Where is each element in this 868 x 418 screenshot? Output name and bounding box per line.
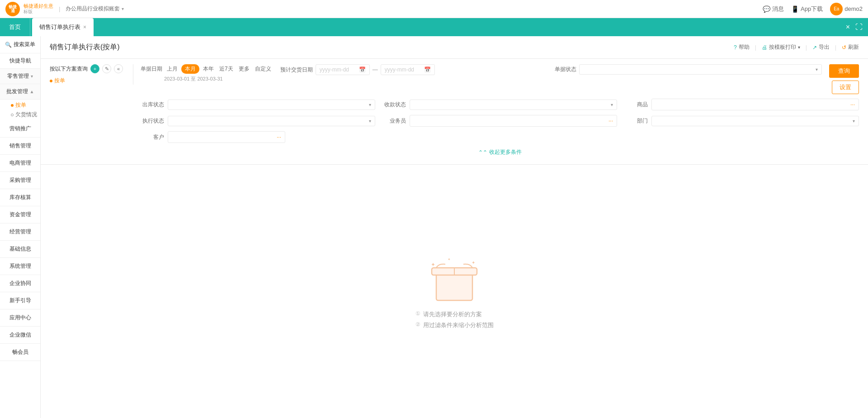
- sidebar-subitem-按单[interactable]: 按单: [4, 101, 40, 109]
- calendar-end-icon: 📅: [424, 66, 431, 73]
- dept-select[interactable]: ▾: [651, 116, 859, 126]
- salesman-input[interactable]: ···: [410, 115, 617, 127]
- sidebar-subitem-欠货情况[interactable]: 欠货情况: [4, 111, 40, 119]
- sidebar-search[interactable]: 🔍 搜索菜单: [0, 36, 40, 53]
- sidebar-item-资金管理[interactable]: 资金管理: [0, 206, 40, 223]
- sidebar: 🔍 搜索菜单 快捷导航 零售管理 ▾ 批发管理 ▲ 按单 欠货情况 营: [0, 36, 41, 418]
- print-button[interactable]: 🖨 按模板打印 ▾: [762, 43, 800, 51]
- bill-status-select[interactable]: ▾: [579, 64, 822, 75]
- filter-fields: 单据日期 上月 本月 本年 近7天 更多 自定义 2023: [133, 64, 859, 159]
- refresh-button[interactable]: ↺ 刷新: [842, 43, 859, 51]
- receive-status-field: 收款状态 ▾: [382, 100, 617, 110]
- expected-date-start[interactable]: yyyy-mm-dd 📅: [316, 64, 370, 75]
- sidebar-item-营销推广[interactable]: 营销推广: [0, 120, 40, 138]
- query-button[interactable]: 查询: [829, 64, 859, 78]
- date-tab-更多[interactable]: 更多: [237, 64, 251, 74]
- print-arrow-icon: ▾: [798, 45, 800, 50]
- add-scheme-button[interactable]: +: [90, 64, 99, 73]
- sidebar-quick-nav[interactable]: 快捷导航: [0, 53, 40, 69]
- goods-input[interactable]: ···: [651, 99, 859, 110]
- help-button[interactable]: ? 帮助: [734, 43, 750, 51]
- expected-date-end[interactable]: yyyy-mm-dd 📅: [381, 64, 435, 75]
- out-status-select[interactable]: ▾: [168, 100, 375, 110]
- message-button[interactable]: 💬 消息: [763, 5, 784, 13]
- edit-scheme-button[interactable]: ✎: [102, 64, 111, 73]
- collapse-button[interactable]: ⌃⌃ 收起更多条件: [478, 148, 522, 156]
- tab-home[interactable]: 首页: [0, 18, 30, 36]
- exec-status-select[interactable]: ▾: [168, 116, 375, 126]
- circle-icon: [11, 114, 14, 116]
- tab-close-icon[interactable]: ×: [83, 24, 86, 30]
- export-button[interactable]: ↗ 导出: [812, 43, 830, 51]
- date-tab-本年[interactable]: 本年: [201, 64, 216, 74]
- page-header-actions: ? 帮助 | 🖨 按模板打印 ▾ | ↗ 导出 | ↺ 刷新: [734, 43, 859, 51]
- active-indicator-icon: [50, 80, 52, 82]
- dept-arrow-icon: ▾: [853, 119, 855, 124]
- tab-bar-right: × ⛶: [846, 23, 868, 31]
- customer-input[interactable]: ···: [168, 131, 285, 143]
- calendar-start-icon: 📅: [359, 66, 366, 73]
- collapse-row: ⌃⌃ 收起更多条件: [141, 146, 859, 159]
- sidebar-item-电商管理[interactable]: 电商管理: [0, 155, 40, 172]
- customer-field: 客户 ···: [141, 131, 285, 143]
- salesman-label: 业务员: [382, 117, 406, 125]
- out-status-arrow-icon: ▾: [369, 102, 371, 107]
- exec-status-arrow-icon: ▾: [369, 119, 371, 124]
- goods-field: 商品 ···: [624, 99, 859, 110]
- date-tabs: 上月 本月 本年 近7天 更多 自定义: [165, 64, 273, 74]
- out-status-label: 出库状态: [141, 101, 164, 109]
- status-arrow-icon: ▾: [816, 67, 818, 72]
- collapse-scheme-button[interactable]: «: [114, 64, 123, 73]
- expected-date-group: 预计交货日期 yyyy-mm-dd 📅 — yyyy-mm-dd 📅: [280, 64, 547, 75]
- tab-active[interactable]: 销售订单执行表 ×: [32, 18, 94, 36]
- hint1-num: ①: [415, 310, 420, 317]
- user-menu[interactable]: Ea demo2: [830, 3, 863, 15]
- download-icon: 📱: [791, 5, 799, 13]
- sidebar-retail-mgmt[interactable]: 零售管理 ▾: [0, 69, 40, 84]
- sidebar-item-企业微信[interactable]: 企业微信: [0, 327, 40, 344]
- date-range-text: 2023-03-01 至 2023-03-31: [141, 76, 273, 82]
- top-bar: 畅捷通 畅捷通好生意 标版 | 办公用品行业模拟账套 ▾ 💬 消息 📱 App下…: [0, 0, 868, 18]
- hint2-num: ②: [415, 321, 420, 328]
- svg-text:✦: ✦: [472, 260, 475, 265]
- date-tab-自定义[interactable]: 自定义: [253, 64, 273, 74]
- empty-hint-1: ① 请先选择要分析的方案: [415, 310, 494, 318]
- empty-state: ✦ ✦ ✦ ① 请先选择要分析的方案 ② 用过滤条件来缩小分析范围: [41, 165, 868, 418]
- window-maximize-icon[interactable]: ⛶: [855, 23, 863, 31]
- exec-status-field: 执行状态 ▾: [141, 116, 375, 126]
- scheme-subitem-按单[interactable]: 按单: [50, 77, 127, 85]
- set-button[interactable]: 设置: [832, 81, 859, 94]
- sidebar-item-基础信息[interactable]: 基础信息: [0, 241, 40, 258]
- salesman-dots-icon: ···: [609, 118, 613, 124]
- top-bar-left: 畅捷通 畅捷通好生意 标版 | 办公用品行业模拟账套 ▾: [5, 2, 124, 16]
- sidebar-item-经营管理[interactable]: 经营管理: [0, 223, 40, 241]
- sidebar-item-畅会员[interactable]: 畅会员: [0, 344, 40, 361]
- sidebar-item-销售管理[interactable]: 销售管理: [0, 138, 40, 155]
- window-close-icon[interactable]: ×: [846, 23, 850, 31]
- sidebar-item-应用中心[interactable]: 应用中心: [0, 309, 40, 327]
- sidebar-item-企业协同[interactable]: 企业协同: [0, 275, 40, 292]
- sidebar-item-系统管理[interactable]: 系统管理: [0, 258, 40, 275]
- logo-text: 畅捷通好生意 标版: [24, 3, 53, 14]
- app-download-button[interactable]: 📱 App下载: [791, 5, 823, 13]
- scheme-panel: 按以下方案查询 + ✎ « 按单: [50, 64, 133, 85]
- content-area: 销售订单执行表(按单) ? 帮助 | 🖨 按模板打印 ▾ | ↗ 导出 |: [41, 36, 868, 418]
- dept-field: 部门 ▾: [624, 116, 859, 126]
- sidebar-item-新手引导[interactable]: 新手引导: [0, 292, 40, 309]
- sidebar-wholesale-mgmt[interactable]: 批发管理 ▲: [0, 84, 40, 100]
- receive-status-select[interactable]: ▾: [410, 100, 617, 110]
- scheme-label: 按以下方案查询: [50, 65, 88, 73]
- sidebar-item-采购管理[interactable]: 采购管理: [0, 172, 40, 189]
- date-tab-近7天[interactable]: 近7天: [217, 64, 235, 74]
- dept-label: 部门: [624, 117, 648, 125]
- goods-dots-icon: ···: [850, 101, 855, 108]
- date-filter-header: 单据日期 上月 本月 本年 近7天 更多 自定义: [141, 64, 273, 74]
- date-tab-本月[interactable]: 本月: [181, 64, 199, 74]
- sidebar-item-库存核算[interactable]: 库存核算: [0, 189, 40, 206]
- empty-hints: ① 请先选择要分析的方案 ② 用过滤条件来缩小分析范围: [415, 310, 494, 332]
- top-nav[interactable]: 办公用品行业模拟账套 ▾: [66, 5, 124, 13]
- collapse-up-icon: ⌃⌃: [478, 149, 487, 156]
- date-label: 单据日期: [141, 65, 162, 73]
- date-tab-上月[interactable]: 上月: [165, 64, 179, 74]
- receive-status-arrow-icon: ▾: [611, 102, 613, 107]
